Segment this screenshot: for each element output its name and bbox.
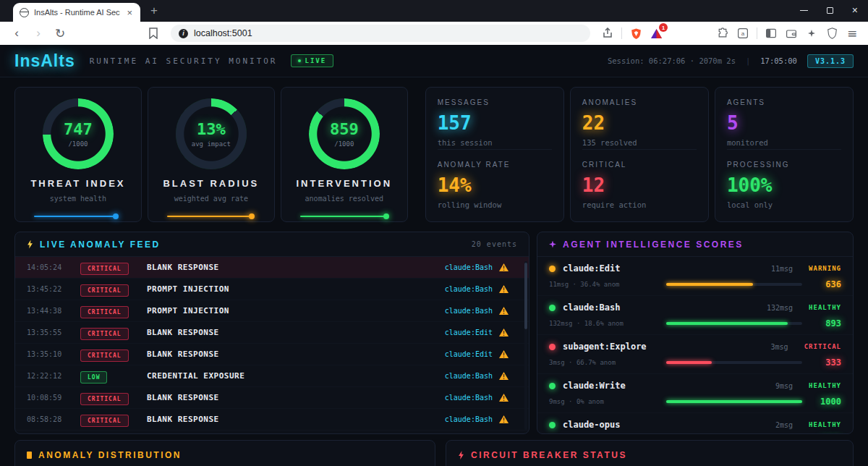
new-tab-button[interactable]: + [150, 4, 158, 18]
stat-value: 100% [727, 174, 841, 196]
warning-icon: ! [499, 329, 509, 336]
stat-caption: monitored [727, 138, 841, 147]
close-button[interactable]: × [852, 5, 858, 15]
severity-badge: CRITICAL [80, 306, 129, 318]
app-subtitle: RUNTIME AI SECURITY MONITOR [90, 56, 278, 66]
feed-time: 14:05:24 [27, 263, 80, 271]
blast-radius-value: 13% [197, 120, 226, 138]
stat-caption: local only [727, 200, 841, 209]
feed-scrollbar-thumb[interactable] [524, 263, 527, 329]
blast-radius-slider[interactable] [167, 213, 255, 219]
severity-badge: LOW [80, 371, 107, 384]
bookmark-icon[interactable] [145, 25, 162, 42]
agent-name: claude:Edit [445, 350, 493, 358]
feed-row[interactable]: 13:44:38 CRITICAL PROMPT INJECTION claud… [15, 300, 529, 322]
intervention-denom: /1000 [334, 140, 354, 148]
agent-status-badge: WARNING [809, 265, 841, 272]
back-button[interactable]: ‹ [7, 24, 26, 43]
site-info-icon[interactable]: i [179, 29, 188, 38]
feed-row[interactable]: 13:45:22 CRITICAL PROMPT INJECTION claud… [15, 279, 529, 300]
intervention-slider[interactable] [300, 213, 388, 219]
agent-score-bar [666, 361, 802, 364]
feed-row[interactable]: 13:35:55 CRITICAL BLANK RESPONSE claude:… [15, 322, 529, 344]
stat-caption: this session [438, 138, 552, 147]
feed-scrollbar[interactable] [524, 261, 527, 430]
browser-tab[interactable]: InsAlts - Runtime AI Security Mo × [13, 3, 140, 22]
agent-score-fill [666, 283, 753, 286]
anomaly-type: PROMPT INJECTION [147, 306, 229, 315]
bottom-panels-row: ANOMALY DISTRIBUTION CIRCUIT BREAKER STA… [14, 440, 854, 466]
agent-item: claude:Write 9msg HEALTHY 9msg · 0% anom… [537, 374, 853, 413]
live-label: LIVE [305, 57, 327, 64]
leo-sparkle-icon[interactable] [803, 25, 820, 42]
menu-icon[interactable]: ≡ [843, 25, 861, 42]
feed-time: 13:45:22 [27, 285, 80, 293]
anomaly-type: BLANK RESPONSE [147, 263, 219, 272]
agent-status-dot [549, 383, 556, 389]
intervention-subtitle: anomalies resolved [305, 195, 383, 203]
agent-status-badge: HEALTHY [809, 304, 841, 311]
toolbar-divider-2 [757, 27, 757, 39]
feed-time: 08:58:28 [27, 415, 80, 423]
agent-score: 636 [809, 279, 841, 289]
wallet-icon[interactable] [783, 25, 800, 42]
minimize-button[interactable] [800, 10, 808, 11]
sidebar-icon[interactable] [762, 25, 780, 42]
stat-value: 157 [438, 112, 552, 134]
slider-track [300, 216, 387, 218]
feed-time: 13:35:10 [27, 350, 80, 358]
anomaly-type: BLANK RESPONSE [147, 350, 219, 359]
stat-value: 14% [438, 174, 552, 196]
version-badge: V3.1.3 [807, 54, 854, 68]
leo-ai-icon[interactable]: 1 [647, 25, 665, 42]
slider-handle[interactable] [383, 213, 389, 219]
brave-shield-icon[interactable] [627, 25, 644, 42]
agent-score: 333 [809, 357, 841, 368]
agent-status-badge: HEALTHY [809, 421, 841, 428]
feed-row[interactable]: 12:22:12 LOW CREDENTIAL EXPOSURE claude:… [15, 365, 529, 387]
bolt-icon [458, 451, 464, 459]
reload-button[interactable]: ↻ [51, 24, 69, 43]
agent-scores-panel: AGENT INTELLIGENCE SCORES claude:Edit 11… [537, 232, 854, 434]
browser-toolbar: ‹ › ↻ i localhost:5001 1 a ≡ [0, 22, 868, 45]
slider-handle[interactable] [113, 213, 119, 219]
agent-name: claude:Bash [445, 307, 493, 315]
metrics-row: 747 /1000 THREAT INDEX system health 13%… [14, 87, 854, 222]
share-icon[interactable] [599, 25, 616, 42]
agent-detail: 3msg · 66.7% anom [549, 359, 659, 366]
vpn-shield-icon[interactable] [823, 25, 841, 42]
tab-close-icon[interactable]: × [125, 7, 134, 18]
circuit-breaker-panel: CIRCUIT BREAKER STATUS [446, 440, 854, 466]
agent-status-dot [549, 266, 556, 272]
agent-score-fill [666, 322, 788, 325]
stat-card-messages: MESSAGES 157 this session ANOMALY RATE 1… [425, 87, 564, 222]
agent-score-fill [666, 361, 712, 364]
anomaly-distribution-panel: ANOMALY DISTRIBUTION [14, 440, 435, 466]
agent-status-dot [549, 305, 556, 311]
blast-radius-title: BLAST RADIUS [163, 178, 259, 189]
feed-row[interactable]: 08:58:28 CRITICAL BLANK RESPONSE claude:… [15, 409, 529, 431]
bolt-icon [27, 240, 33, 249]
threat-index-title: THREAT INDEX [30, 178, 125, 189]
warning-icon: ! [499, 307, 509, 315]
stat-label: PROCESSING [727, 161, 841, 169]
search-tabs-icon[interactable]: a [734, 25, 752, 42]
threat-index-slider[interactable] [34, 213, 122, 219]
feed-row[interactable]: 13:35:10 CRITICAL BLANK RESPONSE claude:… [15, 344, 529, 365]
maximize-button[interactable] [827, 7, 833, 14]
svg-text:a: a [741, 30, 745, 37]
agent-score: 1000 [809, 397, 841, 407]
agent-score-bar [666, 283, 802, 286]
forward-button[interactable]: › [29, 24, 48, 43]
agent-msg-count: 132msg [767, 304, 793, 312]
diamond-icon [549, 241, 556, 248]
slider-handle[interactable] [249, 213, 255, 219]
stat-label: AGENTS [727, 98, 841, 106]
feed-row[interactable]: 14:05:24 CRITICAL BLANK RESPONSE claude:… [15, 257, 529, 279]
feed-row[interactable]: 10:08:59 CRITICAL BLANK RESPONSE claude:… [15, 387, 529, 409]
agent-detail: 11msg · 36.4% anom [549, 281, 659, 288]
extensions-icon[interactable] [714, 25, 731, 42]
stat-label: MESSAGES [438, 98, 552, 106]
address-bar[interactable]: i localhost:5001 [171, 25, 590, 42]
feed-time: 13:35:55 [27, 329, 80, 336]
